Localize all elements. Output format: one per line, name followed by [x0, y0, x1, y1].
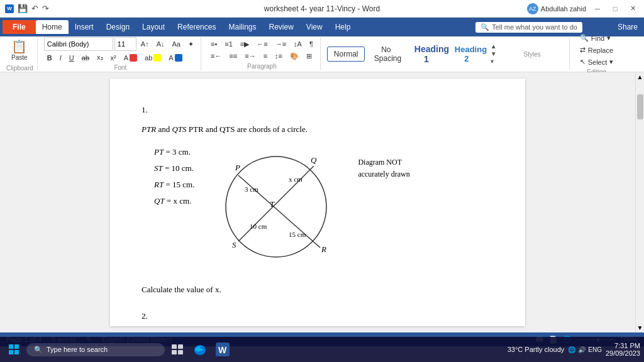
taskbar-search-text: Type here to search: [47, 346, 108, 353]
editing-section: 🔍 Find ▾ ⇄ Replace ↖ Select ▾ Editing: [572, 38, 621, 70]
tab-view[interactable]: View: [300, 20, 329, 34]
find-icon: 🔍: [580, 34, 589, 42]
svg-text:R: R: [321, 244, 326, 254]
style-normal-button[interactable]: Normal: [327, 47, 365, 62]
word-taskbar-icon[interactable]: W: [213, 339, 233, 359]
style-no-spacing-button[interactable]: No Spacing: [367, 42, 405, 66]
search-text: Tell me what you want to do: [492, 23, 577, 31]
maximize-button[interactable]: □: [609, 4, 621, 13]
tab-design[interactable]: Design: [100, 20, 136, 34]
scroll-expand-icon[interactable]: ▾: [491, 58, 497, 65]
circle-diagram-svg: P Q R S T 3 cm x cm 10 cm 15 cm: [213, 144, 339, 270]
scroll-down-icon[interactable]: ▼: [491, 50, 497, 58]
strikethrough-button[interactable]: ab: [79, 53, 92, 63]
clear-format-button[interactable]: ✦: [185, 39, 197, 50]
svg-rect-18: [172, 350, 177, 354]
font-name-input[interactable]: [44, 37, 113, 51]
quick-access-undo[interactable]: ↶: [31, 4, 38, 13]
ribbon-search-box[interactable]: 🔍 Tell me what you want to do: [475, 22, 582, 33]
tab-layout[interactable]: Layout: [136, 20, 171, 34]
st-eq: ST = 10 cm.: [154, 160, 194, 177]
svg-rect-17: [178, 344, 183, 349]
tab-references[interactable]: References: [171, 20, 222, 34]
font-size-input[interactable]: [114, 37, 136, 51]
clipboard-section: 📋 Paste Clipboard: [3, 38, 38, 70]
styles-scroll[interactable]: ▲ ▼ ▾: [491, 43, 497, 65]
tab-insert[interactable]: Insert: [69, 20, 100, 34]
weather-info: 33°C Partly cloudy: [508, 346, 565, 353]
text-color-button[interactable]: A: [165, 53, 185, 63]
align-center-button[interactable]: ≡≡: [226, 51, 240, 61]
tab-help[interactable]: Help: [329, 20, 357, 34]
font-color-button[interactable]: A: [121, 53, 140, 63]
borders-button[interactable]: ⊞: [303, 51, 315, 62]
start-button[interactable]: [4, 339, 24, 359]
tab-review[interactable]: Review: [262, 20, 299, 34]
paste-icon: 📋: [11, 39, 27, 54]
line-spacing-button[interactable]: ↕≡: [272, 51, 286, 61]
quick-access-save[interactable]: 💾: [18, 4, 28, 13]
scroll-down-arrow[interactable]: ▼: [636, 323, 644, 332]
measurements-and-diagram: PT = 3 cm. ST = 10 cm. RT = 15 cm. QT = …: [142, 144, 410, 274]
svg-rect-19: [178, 350, 183, 354]
taskbar-search-box[interactable]: 🔍 Type here to search: [26, 343, 165, 356]
svg-rect-15: [14, 350, 19, 354]
user-avatar: AZ: [527, 3, 538, 14]
scroll-up-icon[interactable]: ▲: [491, 43, 497, 50]
paste-label: Paste: [11, 54, 28, 61]
subscript-button[interactable]: x₂: [94, 52, 106, 63]
minimize-button[interactable]: ─: [591, 4, 604, 13]
calculate-label: Calculate the value of x.: [142, 285, 221, 294]
bullets-button[interactable]: ≡•: [208, 39, 220, 49]
bold-button[interactable]: B: [44, 53, 55, 63]
close-button[interactable]: ✕: [626, 4, 639, 13]
increase-indent-button[interactable]: →≡: [272, 39, 289, 49]
share-button[interactable]: Share: [614, 23, 641, 31]
are-chords-text: PTR and QTS are chords of a circle.: [189, 124, 308, 134]
document-page[interactable]: 1. PTR and QTS PTR and QTS are chords of…: [110, 79, 525, 326]
decrease-indent-button[interactable]: ←≡: [253, 39, 270, 49]
style-heading1-button[interactable]: Heading 1: [408, 41, 445, 67]
show-marks-button[interactable]: ¶: [306, 39, 316, 49]
align-left-button[interactable]: ≡←: [208, 51, 225, 61]
sort-button[interactable]: ↕A: [291, 39, 305, 49]
task-view-button[interactable]: [167, 339, 187, 359]
scroll-up-arrow[interactable]: ▲: [636, 72, 644, 82]
svg-text:x cm: x cm: [289, 175, 303, 183]
find-button[interactable]: 🔍 Find ▾: [576, 33, 618, 43]
clock[interactable]: 7:31 PM 29/09/2023: [606, 342, 640, 357]
user-name: Abdullah zahid: [541, 5, 586, 13]
diagram-note: Diagram NOT accurately drawn: [358, 156, 409, 180]
tab-file[interactable]: File: [3, 20, 36, 34]
replace-button[interactable]: ⇄ Replace: [576, 45, 618, 55]
taskbar-search-icon: 🔍: [34, 346, 43, 354]
numbering-button[interactable]: ≡1: [221, 39, 236, 49]
svg-text:P: P: [235, 163, 240, 172]
task-view-icon: [172, 344, 183, 354]
tab-mailings[interactable]: Mailings: [222, 20, 262, 34]
grow-font-button[interactable]: A↑: [138, 39, 152, 49]
svg-rect-13: [14, 344, 19, 349]
shrink-font-button[interactable]: A↓: [153, 39, 168, 49]
superscript-button[interactable]: x²: [108, 53, 119, 63]
tab-home[interactable]: Home: [36, 20, 69, 34]
highlight-button[interactable]: ab: [142, 53, 164, 63]
multilevel-button[interactable]: ≡▶: [237, 39, 252, 50]
align-right-button[interactable]: ≡→: [242, 51, 258, 61]
title-bar-right: AZ Abdullah zahid ─ □ ✕: [527, 3, 639, 14]
underline-button[interactable]: U: [66, 53, 77, 63]
paragraph-label: Paragraph: [208, 63, 316, 70]
justify-button[interactable]: ≡: [260, 51, 270, 61]
quick-access-redo[interactable]: ↷: [42, 4, 49, 13]
vertical-scrollbar[interactable]: ▲ ▼: [635, 72, 644, 332]
style-heading2-button[interactable]: Heading 2: [448, 41, 486, 67]
italic-button[interactable]: I: [57, 53, 65, 63]
svg-rect-16: [172, 344, 177, 349]
pt-eq: PT = 3 cm.: [154, 144, 194, 160]
paste-button[interactable]: 📋 Paste: [6, 36, 33, 63]
scroll-thumb[interactable]: [637, 94, 643, 119]
edge-icon[interactable]: [190, 339, 210, 359]
shading-button[interactable]: 🎨: [287, 51, 302, 62]
select-button[interactable]: ↖ Select ▾: [576, 57, 618, 67]
change-case-button[interactable]: Aa: [169, 39, 184, 49]
